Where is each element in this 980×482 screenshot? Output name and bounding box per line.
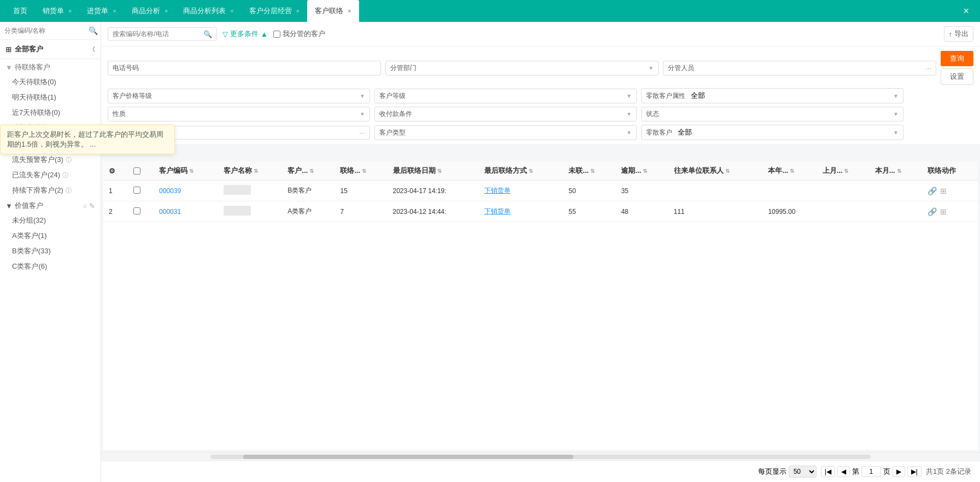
status-field[interactable]: 状态 ▼	[641, 107, 903, 121]
page-number-input[interactable]	[861, 466, 881, 477]
sidebar-all-customers[interactable]: ⊞ 全部客户 《	[0, 40, 101, 59]
close-product-analysis-list-icon[interactable]: ×	[230, 0, 233, 22]
sidebar-item-declining[interactable]: 持续下滑客户(2) ⓘ	[0, 183, 101, 198]
row1-code[interactable]: 000039	[154, 181, 218, 201]
nav-customer-tiered[interactable]: 客户分层经营 ×	[242, 0, 307, 22]
row2-select-checkbox[interactable]	[133, 207, 140, 214]
col-contact-count[interactable]: 联络... ⇅	[335, 161, 387, 181]
col-last-month[interactable]: 上月... ⇅	[817, 161, 870, 181]
sort-icon-last-method[interactable]: ⇅	[529, 168, 533, 174]
row1-link-icon[interactable]: 🔗	[928, 187, 937, 195]
gender-field[interactable]: 性质 ▼	[108, 107, 370, 121]
row2-last-method[interactable]: 下销货单	[479, 201, 563, 222]
query-button[interactable]: 查询	[941, 51, 973, 66]
sort-icon-code[interactable]: ⇅	[189, 168, 193, 174]
settings-button[interactable]: 设置	[941, 68, 973, 85]
customer-level-field[interactable]: 客户等级 ▼	[374, 89, 637, 103]
sidebar-item-ungroup[interactable]: 未分组(32)	[0, 213, 101, 228]
close-purchase-order-icon[interactable]: ×	[113, 0, 116, 22]
select-all-checkbox[interactable]	[133, 167, 140, 175]
sort-icon-current-month[interactable]: ⇅	[897, 168, 901, 174]
col-current-year[interactable]: 本年... ⇅	[762, 161, 817, 181]
per-page-select[interactable]: 50 100 200	[789, 466, 817, 478]
price-level-field[interactable]: 客户价格等级 ▼	[108, 89, 370, 103]
next-page-button[interactable]: ▶	[893, 466, 905, 477]
sidebar-value-customers-header[interactable]: ▼ 价值客户 ○ ✎	[0, 198, 101, 213]
department-field[interactable]: 分管部门 ▼	[385, 61, 659, 76]
sidebar-pending-group-label[interactable]: ▼ 待联络客户	[0, 59, 101, 74]
search-input[interactable]	[113, 30, 203, 38]
col-current-month[interactable]: 本月... ⇅	[870, 161, 922, 181]
more-conditions-button[interactable]: ▽ 更多条件 ▲	[222, 29, 268, 39]
export-button[interactable]: ↑ 导出	[944, 26, 974, 42]
sidebar-item-tomorrow[interactable]: 明天待联络(1)	[0, 90, 101, 105]
col-level[interactable]: 客户... ⇅	[282, 161, 335, 181]
nav-product-analysis-list[interactable]: 商品分析列表 ×	[175, 0, 241, 22]
sidebar-item-7days[interactable]: 近7天待联络(0)	[0, 105, 101, 120]
sort-icon-contact[interactable]: ⇅	[362, 168, 366, 174]
sort-icon-name[interactable]: ⇅	[254, 168, 258, 174]
nav-customer-contact[interactable]: 客户联络 ×	[307, 0, 359, 22]
more-fields-dots[interactable]: ···	[359, 129, 365, 137]
sort-icon-contact-person[interactable]: ⇅	[725, 168, 730, 174]
sidebar-item-class-b[interactable]: B类客户(33)	[0, 243, 101, 259]
sort-icon-overdue[interactable]: ⇅	[643, 168, 647, 174]
prev-page-button[interactable]: ◀	[837, 466, 850, 477]
row2-code[interactable]: 000031	[154, 201, 218, 222]
last-page-button[interactable]: ▶|	[907, 466, 922, 477]
col-settings[interactable]: ⚙	[103, 161, 128, 181]
nav-home[interactable]: 首页	[5, 0, 35, 22]
sidebar-collapse-icon[interactable]: 《	[89, 45, 95, 54]
manager-dots-icon[interactable]: ···	[925, 64, 931, 72]
sidebar-search-icon[interactable]: 🔍	[89, 26, 98, 35]
row2-link-icon[interactable]: 🔗	[928, 207, 937, 216]
col-contact-person[interactable]: 往来单位联系人 ⇅	[668, 161, 763, 181]
col-last-date[interactable]: 最后联络日期 ⇅	[388, 161, 479, 181]
row1-grid-icon[interactable]: ⊞	[940, 187, 947, 195]
row2-name[interactable]	[218, 201, 283, 222]
retail-attr-field[interactable]: 零散客户属性 全部 ▼	[641, 88, 903, 103]
col-checkbox[interactable]	[128, 161, 154, 181]
horizontal-scrollbar[interactable]	[101, 452, 980, 461]
nav-product-analysis[interactable]: 商品分析 ×	[124, 0, 175, 22]
close-customer-contact-icon[interactable]: ×	[348, 0, 351, 22]
my-customers-checkbox[interactable]	[273, 31, 280, 38]
customer-type-field[interactable]: 客户类型 ▼	[374, 125, 637, 140]
sidebar-item-churned[interactable]: 已流失客户(24) ⓘ	[0, 167, 101, 183]
sidebar-item-today[interactable]: 今天待联络(0)	[0, 74, 101, 90]
sidebar-item-churn-warning[interactable]: 流失预警客户(3) ⓘ	[0, 152, 101, 167]
row1-last-method[interactable]: 下销货单	[479, 181, 563, 201]
sidebar-item-class-c[interactable]: C类客户(6)	[0, 259, 101, 274]
scroll-thumb[interactable]	[243, 455, 573, 459]
close-product-analysis-icon[interactable]: ×	[165, 0, 168, 22]
close-customer-tiered-icon[interactable]: ×	[296, 0, 300, 22]
col-code[interactable]: 客户编码 ⇅	[154, 161, 218, 181]
row2-checkbox[interactable]	[128, 201, 154, 222]
nav-purchase-order[interactable]: 进货单 ×	[79, 0, 124, 22]
sidebar-search-input[interactable]	[4, 27, 86, 34]
col-name[interactable]: 客户名称 ⇅	[218, 161, 283, 181]
window-close-button[interactable]: ×	[958, 5, 975, 17]
phone-field[interactable]: 电话号码	[108, 61, 381, 76]
search-icon[interactable]: 🔍	[203, 30, 212, 38]
sort-icon-current-year[interactable]: ⇅	[790, 168, 794, 174]
first-page-button[interactable]: |◀	[821, 466, 835, 477]
sort-icon-level[interactable]: ⇅	[309, 168, 314, 174]
edit-icons[interactable]: ○ ✎	[83, 202, 95, 210]
sort-icon-unlinkage[interactable]: ⇅	[590, 168, 595, 174]
col-overdue[interactable]: 逾期... ⇅	[615, 161, 668, 181]
row1-name[interactable]	[218, 181, 283, 201]
sort-icon-last-date[interactable]: ⇅	[437, 168, 442, 174]
col-last-method[interactable]: 最后联络方式 ⇅	[479, 161, 563, 181]
sort-icon-last-month[interactable]: ⇅	[844, 168, 848, 174]
col-unlinkage[interactable]: 未联... ⇅	[563, 161, 615, 181]
payment-field[interactable]: 收付款条件 ▼	[374, 107, 637, 121]
row2-grid-icon[interactable]: ⊞	[940, 207, 947, 216]
filter-search-box[interactable]: 🔍	[108, 27, 217, 41]
row1-checkbox[interactable]	[128, 181, 154, 201]
nav-sales-order[interactable]: 销货单 ×	[35, 0, 79, 22]
row1-select-checkbox[interactable]	[133, 187, 140, 194]
sidebar-item-class-a[interactable]: A类客户(1)	[0, 228, 101, 243]
manager-field[interactable]: 分管人员 ···	[663, 61, 936, 76]
close-sales-order-icon[interactable]: ×	[68, 0, 72, 22]
